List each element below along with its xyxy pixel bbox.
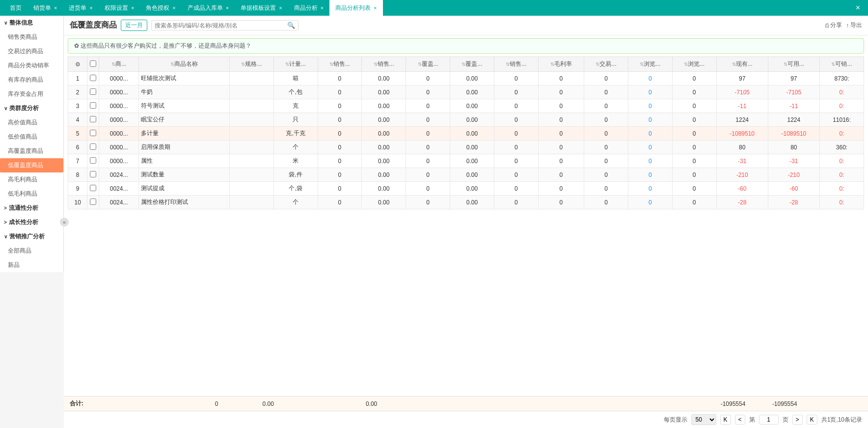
first-page-button[interactable]: K bbox=[720, 415, 731, 425]
sidebar-item-low-coverage[interactable]: 低覆盖度商品 bbox=[0, 158, 63, 172]
sidebar-item-new-goods[interactable]: 新品 bbox=[0, 258, 63, 272]
table-container[interactable]: ⚙ ⇅商... ⇅商品名称 ⇅规格... ⇅计量... ⇅销售... ⇅销售..… bbox=[64, 57, 868, 396]
sidebar-item-traded-goods[interactable]: 交易过的商品 bbox=[0, 44, 63, 58]
sidebar-item-all-goods[interactable]: 全部商品 bbox=[0, 244, 63, 258]
window-close-button[interactable]: × bbox=[852, 3, 864, 12]
sidebar-item-low-value[interactable]: 低价值商品 bbox=[0, 130, 63, 144]
nav-products[interactable]: 产成品入库单× bbox=[182, 0, 235, 16]
nav-sales[interactable]: 销货单× bbox=[27, 0, 63, 16]
row-cov1: 0 bbox=[406, 127, 450, 141]
row-checkbox-input[interactable] bbox=[90, 143, 96, 150]
row-checkbox-input[interactable] bbox=[90, 171, 96, 177]
page-size-select[interactable]: 50 10 20 100 bbox=[691, 414, 716, 425]
nav-analysis[interactable]: 商品分析× bbox=[288, 0, 329, 16]
row-checkbox[interactable] bbox=[87, 86, 99, 99]
sidebar-section-flow[interactable]: > 流通性分析 bbox=[0, 201, 63, 215]
nav-home[interactable]: 首页 bbox=[4, 0, 27, 16]
next-page-button[interactable]: > bbox=[792, 415, 803, 425]
row-checkbox[interactable] bbox=[87, 154, 99, 168]
section-arrow-flow: > bbox=[4, 205, 7, 211]
col-sales-amt[interactable]: ⇅销售... bbox=[362, 57, 406, 72]
row-num: 1 bbox=[68, 72, 87, 86]
col-curr[interactable]: ⇅现有... bbox=[716, 57, 768, 72]
col-margin[interactable]: ⇅毛利率 bbox=[538, 57, 584, 72]
row-checkbox-input[interactable] bbox=[90, 130, 96, 136]
col-browse1[interactable]: ⇅浏览... bbox=[628, 57, 672, 72]
col-unit[interactable]: ⇅计量... bbox=[273, 57, 318, 72]
row-browse2: 0 bbox=[672, 99, 716, 113]
sidebar-collapse-button[interactable]: « bbox=[60, 218, 69, 227]
nav-permissions[interactable]: 权限设置× bbox=[99, 0, 140, 16]
row-checkbox[interactable] bbox=[87, 72, 99, 86]
row-checkbox-input[interactable] bbox=[90, 157, 96, 164]
sidebar-section-general[interactable]: ∨ 整体信息 bbox=[0, 16, 63, 30]
sidebar-section-growth[interactable]: > 成长性分析 bbox=[0, 215, 63, 229]
sidebar-item-low-margin[interactable]: 低毛利商品 bbox=[0, 187, 63, 201]
sidebar-item-high-coverage[interactable]: 高覆盖度商品 bbox=[0, 144, 63, 158]
sidebar-item-sales-goods[interactable]: 销售类商品 bbox=[0, 30, 63, 44]
row-checkbox[interactable] bbox=[87, 141, 99, 154]
sidebar-item-category-rate[interactable]: 商品分类动销率 bbox=[0, 58, 63, 73]
row-margin: 0 bbox=[538, 86, 584, 99]
close-templates-tab[interactable]: × bbox=[279, 5, 282, 11]
prev-page-button[interactable]: < bbox=[735, 415, 745, 425]
row-checkbox[interactable] bbox=[87, 182, 99, 196]
row-checkbox-input[interactable] bbox=[90, 75, 96, 81]
row-checkbox[interactable] bbox=[87, 127, 99, 141]
row-checkbox-input[interactable] bbox=[90, 116, 96, 122]
sidebar-item-high-margin[interactable]: 高毛利商品 bbox=[0, 172, 63, 187]
row-checkbox[interactable] bbox=[87, 113, 99, 127]
row-checkbox[interactable] bbox=[87, 196, 99, 209]
last-page-button[interactable]: K bbox=[807, 415, 817, 425]
close-analysis-tab[interactable]: × bbox=[321, 5, 324, 11]
share-button[interactable]: ⎙ 分享 bbox=[825, 21, 842, 29]
row-checkbox-input[interactable] bbox=[90, 88, 96, 95]
col-trans[interactable]: ⇅交易... bbox=[584, 57, 628, 72]
col-code[interactable]: ⇅商... bbox=[99, 57, 139, 72]
row-sales-qty: 0 bbox=[318, 182, 362, 196]
table-row: 40000...眠宝公仔只00.0000.0000000122412241101… bbox=[68, 113, 864, 127]
col-spec[interactable]: ⇅规格... bbox=[229, 57, 273, 72]
col-coverage2[interactable]: ⇅覆盖... bbox=[450, 57, 494, 72]
col-name[interactable]: ⇅商品名称 bbox=[138, 57, 229, 72]
col-coverage1[interactable]: ⇅覆盖... bbox=[406, 57, 450, 72]
col-sales-qty[interactable]: ⇅销售... bbox=[318, 57, 362, 72]
row-sales-qty: 0 bbox=[318, 113, 362, 127]
export-button[interactable]: ↑ 导出 bbox=[846, 21, 862, 29]
row-checkbox[interactable] bbox=[87, 168, 99, 182]
nav-purchase[interactable]: 进货单× bbox=[63, 0, 98, 16]
row-browse2: 0 bbox=[672, 72, 716, 86]
col-settings[interactable]: ⚙ bbox=[68, 57, 87, 72]
date-filter-button[interactable]: 近一月 bbox=[121, 20, 147, 31]
nav-analysis-list[interactable]: 商品分析列表× bbox=[329, 0, 382, 16]
close-roles-tab[interactable]: × bbox=[172, 5, 175, 11]
table-row: 20000...牛奶个,包00.0000.0000000-7105-71050: bbox=[68, 86, 864, 99]
sidebar-section-cluster[interactable]: ∨ 类群度分析 bbox=[0, 101, 63, 115]
close-permissions-tab[interactable]: × bbox=[131, 5, 134, 11]
select-all-checkbox[interactable] bbox=[90, 60, 96, 67]
row-checkbox-input[interactable] bbox=[90, 199, 96, 205]
col-browse2[interactable]: ⇅浏览... bbox=[672, 57, 716, 72]
col-select-all[interactable] bbox=[87, 57, 99, 72]
sidebar-item-stock-goods[interactable]: 有库存的商品 bbox=[0, 73, 63, 87]
sidebar-item-stock-capital[interactable]: 库存资金占用 bbox=[0, 87, 63, 101]
nav-roles[interactable]: 角色授权× bbox=[140, 0, 181, 16]
row-browse2: 0 bbox=[672, 182, 716, 196]
row-checkbox-input[interactable] bbox=[90, 102, 96, 109]
close-sales-tab[interactable]: × bbox=[54, 5, 57, 11]
page-number-input[interactable] bbox=[759, 415, 779, 425]
col-sales3[interactable]: ⇅销售... bbox=[494, 57, 538, 72]
col-saleable[interactable]: ⇅可销... bbox=[819, 57, 864, 72]
row-checkbox[interactable] bbox=[87, 99, 99, 113]
row-checkbox-input[interactable] bbox=[90, 185, 96, 191]
nav-templates[interactable]: 单据模板设置× bbox=[235, 0, 288, 16]
close-products-tab[interactable]: × bbox=[226, 5, 229, 11]
sidebar-section-marketing[interactable]: ∨ 营销推广分析 bbox=[0, 229, 63, 244]
search-input[interactable] bbox=[155, 22, 287, 29]
row-sales-amt: 0.00 bbox=[362, 127, 406, 141]
close-analysis-list-tab[interactable]: × bbox=[374, 5, 377, 11]
col-avail[interactable]: ⇅可用... bbox=[768, 57, 819, 72]
sidebar-item-high-value[interactable]: 高价值商品 bbox=[0, 115, 63, 130]
content-area: 低覆盖度商品 近一月 🔍 ⎙ 分享 ↑ 导出 ✿ 这些商品只有很少客户购买过，是… bbox=[64, 16, 868, 428]
close-purchase-tab[interactable]: × bbox=[89, 5, 92, 11]
